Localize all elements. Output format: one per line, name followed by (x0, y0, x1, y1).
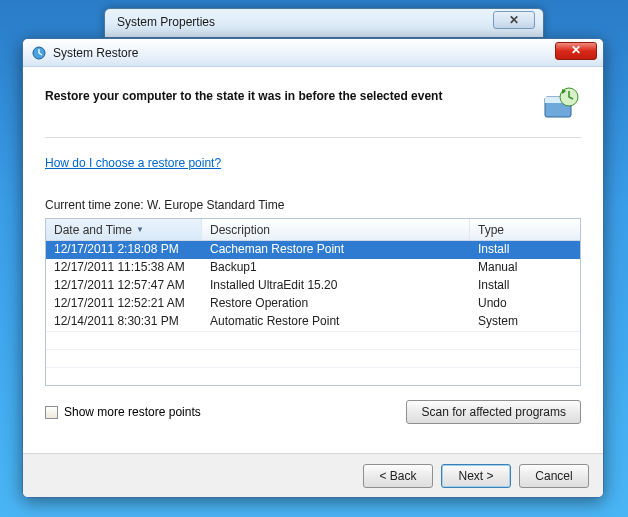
close-button[interactable]: ✕ (555, 42, 597, 60)
restore-points-table: Date and Time ▼ Description Type 12/17/2… (45, 218, 581, 386)
back-button[interactable]: < Back (363, 464, 433, 488)
table-row-empty (46, 367, 580, 385)
cell-datetime: 12/17/2011 12:57:47 AM (46, 277, 202, 295)
system-properties-close-button[interactable]: ✕ (493, 11, 535, 29)
column-header-datetime-label: Date and Time (54, 223, 132, 237)
restore-hero-icon (537, 83, 581, 127)
table-row-empty (46, 349, 580, 367)
cell-type: Install (470, 277, 580, 295)
show-more-label: Show more restore points (64, 405, 201, 419)
cell-datetime: 12/17/2011 2:18:08 PM (46, 241, 202, 259)
column-header-description-label: Description (210, 223, 270, 237)
column-header-type[interactable]: Type (470, 219, 580, 240)
cell-description: Backup1 (202, 259, 470, 277)
page-heading: Restore your computer to the state it wa… (45, 83, 525, 103)
column-header-datetime[interactable]: Date and Time ▼ (46, 219, 202, 240)
divider (45, 137, 581, 138)
next-button[interactable]: Next > (441, 464, 511, 488)
cell-type: Install (470, 241, 580, 259)
cell-datetime: 12/17/2011 12:52:21 AM (46, 295, 202, 313)
content-area: Restore your computer to the state it wa… (23, 67, 603, 424)
table-row[interactable]: 12/17/2011 11:15:38 AMBackup1Manual (46, 259, 580, 277)
table-row[interactable]: 12/17/2011 12:57:47 AMInstalled UltraEdi… (46, 277, 580, 295)
table-row[interactable]: 12/17/2011 2:18:08 PMCacheman Restore Po… (46, 241, 580, 259)
cell-type: Undo (470, 295, 580, 313)
cell-type: Manual (470, 259, 580, 277)
titlebar: System Restore ✕ (23, 39, 603, 67)
column-header-type-label: Type (478, 223, 504, 237)
column-header-description[interactable]: Description (202, 219, 470, 240)
table-row-empty (46, 331, 580, 349)
system-properties-title: System Properties (105, 9, 543, 35)
cell-description: Installed UltraEdit 15.20 (202, 277, 470, 295)
window-title: System Restore (53, 46, 138, 60)
wizard-footer: < Back Next > Cancel (23, 453, 603, 497)
cell-description: Cacheman Restore Point (202, 241, 470, 259)
scan-affected-button[interactable]: Scan for affected programs (406, 400, 581, 424)
sort-desc-icon: ▼ (136, 225, 144, 234)
cell-datetime: 12/14/2011 8:30:31 PM (46, 313, 202, 331)
cell-description: Restore Operation (202, 295, 470, 313)
timezone-label: Current time zone: W. Europe Standard Ti… (45, 198, 581, 212)
system-properties-window: System Properties ✕ (104, 8, 544, 38)
checkbox-box (45, 406, 58, 419)
table-body: 12/17/2011 2:18:08 PMCacheman Restore Po… (46, 241, 580, 385)
cancel-button[interactable]: Cancel (519, 464, 589, 488)
cell-description: Automatic Restore Point (202, 313, 470, 331)
table-row[interactable]: 12/17/2011 12:52:21 AMRestore OperationU… (46, 295, 580, 313)
cell-type: System (470, 313, 580, 331)
table-header: Date and Time ▼ Description Type (46, 219, 580, 241)
table-row[interactable]: 12/14/2011 8:30:31 PMAutomatic Restore P… (46, 313, 580, 331)
help-link[interactable]: How do I choose a restore point? (45, 156, 221, 170)
cell-datetime: 12/17/2011 11:15:38 AM (46, 259, 202, 277)
show-more-checkbox[interactable]: Show more restore points (45, 405, 201, 419)
system-restore-window: System Restore ✕ Restore your computer t… (22, 38, 604, 498)
system-restore-icon (31, 45, 47, 61)
